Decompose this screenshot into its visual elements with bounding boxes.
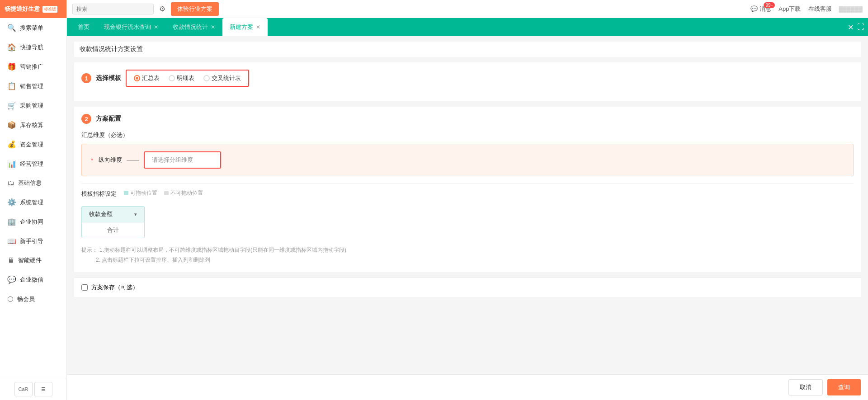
message-icon: 💬 [750,5,758,12]
smart-hw-icon: 🖥 [7,256,14,264]
radio-summary-label: 汇总表 [142,74,160,82]
save-checkbox[interactable] [81,284,88,291]
radio-cross[interactable]: 交叉统计表 [203,74,241,82]
sidebar-item-enterprise[interactable]: 🏢 企业协同 [0,212,66,231]
sidebar-item-label: 智能硬件 [18,256,42,264]
purchase-icon: 🛒 [7,101,16,110]
sidebar-item-guide[interactable]: 📖 新手引导 [0,231,66,251]
sidebar-item-operations[interactable]: 📊 经营管理 [0,154,66,174]
page-title: 收款情况统计方案设置 [74,42,861,57]
sidebar-item-smart-hw[interactable]: 🖥 智能硬件 [0,251,66,270]
enterprise-icon: 🏢 [7,217,16,226]
tab-collect-stats-label: 收款情况统计 [173,23,208,31]
system-icon: ⚙️ [7,198,16,207]
tab-bank-flow-close[interactable]: ✕ [154,24,158,30]
sidebar-item-sales[interactable]: 📋 销售管理 [0,76,66,96]
sidebar-item-finance[interactable]: 💰 资金管理 [0,135,66,154]
query-button[interactable]: 查询 [827,379,861,395]
no-drag-label: 不可拖动位置 [170,189,203,197]
sidebar-item-basic-info[interactable]: 🗂 基础信息 [0,174,66,193]
metrics-table-header[interactable]: 收款金额 ▾ [82,207,144,222]
sidebar-bottom-btn-left[interactable]: CaR [14,382,33,396]
hint-line-1: 提示： 1.拖动标题栏可以调整布局，不可跨维度或指标区域拖动目字段(只能在同一维… [81,245,854,255]
metrics-section: 模板指标设定 可拖动位置 不可拖动位置 [81,189,854,238]
arrow-right: —— [127,156,139,164]
search-input[interactable] [72,4,154,14]
radio-cross-label: 交叉统计表 [212,74,241,82]
main-content: ⚙ 体验行业方案 💬 消息 99+ App下载 在线客服 ▓▓▓▓▓▓ 首页 现… [67,0,868,400]
template-selection-box: 汇总表 明细表 交叉统计表 [126,70,249,87]
tab-new-plan[interactable]: 新建方案 ✕ [222,18,268,36]
gear-icon[interactable]: ⚙ [159,5,165,13]
tab-bank-flow[interactable]: 现金银行流水查询 ✕ [97,18,165,36]
app-download-link[interactable]: App下载 [778,5,801,13]
radio-summary-circle [134,75,140,81]
online-service-link[interactable]: 在线客服 [808,5,832,13]
radio-summary[interactable]: 汇总表 [134,74,160,82]
operations-icon: 📊 [7,160,16,168]
action-bar: 取消 查询 [67,374,868,400]
sidebar-item-label: 营销推广 [20,63,43,71]
step2-section: 2 方案配置 汇总维度（必选） * 纵向维度 —— 请选择分组维度 模板指标设定 [74,107,861,272]
required-star: * [91,157,93,164]
sidebar-item-member[interactable]: ⬡ 畅会员 [0,289,66,309]
summary-dimension-title: 汇总维度（必选） [81,131,854,139]
tab-collect-stats[interactable]: 收款情况统计 ✕ [165,18,222,36]
tab-bar: 首页 现金银行流水查询 ✕ 收款情况统计 ✕ 新建方案 ✕ ✕ ⛶ [67,18,868,36]
sidebar-item-label: 企业协同 [20,218,43,226]
content-area: 收款情况统计方案设置 1 选择模板 汇总表 明细表 [67,36,868,374]
sidebar-item-inventory[interactable]: 📦 库存核算 [0,115,66,135]
tab-expand-icon[interactable]: ⛶ [857,23,864,31]
sidebar-item-label: 企业微信 [20,276,43,284]
tab-bank-flow-label: 现金银行流水查询 [104,23,151,31]
notification-badge[interactable]: 💬 消息 99+ [750,5,771,13]
metrics-title: 模板指标设定 [81,190,117,198]
logo-badge: 标准版 [42,6,57,13]
step1-row: 1 选择模板 汇总表 明细表 交叉统计 [81,70,854,87]
sidebar-item-label: 采购管理 [20,102,43,110]
sidebar-item-marketing[interactable]: 🎁 营销推广 [0,57,66,76]
sidebar-item-purchase[interactable]: 🛒 采购管理 [0,96,66,115]
guide-icon: 📖 [7,237,16,245]
wechat-icon: 💬 [7,275,16,284]
step2-number: 2 [81,114,91,124]
notification-count: 99+ [764,2,775,8]
save-section: 方案保存（可选） [74,278,861,297]
basic-info-icon: 🗂 [7,179,14,187]
sidebar-item-quick-nav[interactable]: 🏠 快捷导航 [0,38,66,57]
drag-indicator [124,190,128,197]
dimension-selector[interactable]: 请选择分组维度 [144,151,221,169]
logo-text: 畅捷通好生意 [5,5,40,13]
sidebar-item-system[interactable]: ⚙️ 系统管理 [0,193,66,212]
chevron-down-icon[interactable]: ▾ [134,212,137,217]
sidebar-logo: 畅捷通好生意 标准版 [0,0,66,18]
finance-icon: 💰 [7,140,16,149]
cancel-button[interactable]: 取消 [788,379,823,395]
sidebar-item-label: 新手引导 [20,237,43,245]
member-icon: ⬡ [7,295,14,303]
no-drag-indicator [164,190,169,197]
topbar-right: 💬 消息 99+ App下载 在线客服 ▓▓▓▓▓▓ [750,5,863,13]
radio-detail-circle [169,75,175,81]
inventory-icon: 📦 [7,121,16,129]
sidebar-item-wechat[interactable]: 💬 企业微信 [0,270,66,289]
sidebar-item-search-menu[interactable]: 🔍 搜索菜单 [0,18,66,38]
industry-btn[interactable]: 体验行业方案 [171,2,219,16]
sidebar-item-label: 系统管理 [20,198,43,207]
marketing-icon: 🎁 [7,62,16,71]
user-info: ▓▓▓▓▓▓ [839,6,863,12]
sidebar-item-label: 快捷导航 [20,43,43,52]
hint-text-2: 2. 点击标题栏下拉可设置排序、插入列和删除列 [96,257,210,263]
radio-detail[interactable]: 明细表 [169,74,194,82]
hints-area: 提示： 1.拖动标题栏可以调整布局，不可跨维度或指标区域拖动目字段(只能在同一维… [81,245,854,265]
tab-new-plan-close[interactable]: ✕ [256,24,260,30]
tab-home[interactable]: 首页 [71,18,97,36]
hint-text-1: 1.拖动标题栏可以调整布局，不可跨维度或指标区域拖动目字段(只能在同一维度或指标… [99,245,346,255]
drag-label: 可拖动位置 [130,189,157,197]
hint-prefix: 提示： [81,245,98,255]
tab-close-all-icon[interactable]: ✕ [848,23,854,32]
sidebar-item-label: 基础信息 [18,179,42,187]
sidebar: 畅捷通好生意 标准版 🔍 搜索菜单 🏠 快捷导航 🎁 营销推广 📋 销售管理 🛒… [0,0,67,400]
sidebar-bottom-btn-right[interactable]: ☰ [34,382,52,396]
tab-collect-stats-close[interactable]: ✕ [211,24,215,30]
